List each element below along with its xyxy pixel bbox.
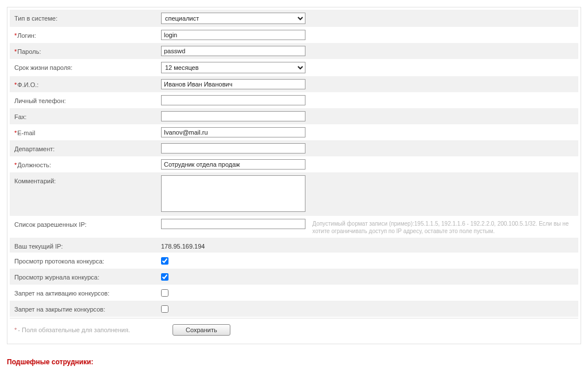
position-input[interactable] [161,159,305,170]
system-type-select[interactable]: специалист [161,13,305,24]
deny-close-checkbox[interactable] [161,305,168,313]
password-input[interactable] [161,46,305,56]
row-phone: Личный телефон: [10,92,578,108]
label-password: Пароль: [17,48,41,55]
row-current-ip: Ваш текущий IP: 178.95.169.194 [10,238,578,253]
row-comment: Комментарий: [10,172,578,216]
row-password: *Пароль: [10,43,578,59]
required-note: - Поля обязательные для заполнения. [18,326,130,333]
allowed-ip-hint: Допустимый формат записи (пример):195.1.… [305,219,576,235]
label-view-journal: Просмотр журнала конкурса: [12,271,161,281]
label-allowed-ip: Список разрешенных IP: [12,219,161,228]
label-fax: Fax: [12,111,161,120]
label-phone: Личный телефон: [12,95,161,104]
deny-activate-checkbox[interactable] [161,289,168,297]
fax-input[interactable] [161,111,305,121]
label-login: Логин: [17,32,36,39]
row-deny-close: Запрет на закрытие конкурсов: [10,301,578,317]
view-journal-checkbox[interactable] [161,273,168,281]
label-system-type: Тип в системе: [12,13,161,22]
email-input[interactable] [161,127,305,137]
form-footer: *- Поля обязательные для заполнения. Сох… [10,318,578,341]
comment-textarea[interactable] [161,175,305,212]
label-department: Департамент: [12,143,161,152]
label-pass-life: Срок жизни пароля: [12,62,161,71]
department-input[interactable] [161,143,305,153]
allowed-ip-input[interactable] [161,219,305,229]
row-view-journal: Просмотр журнала конкурса: [10,269,578,285]
save-button[interactable]: Сохранить [173,324,230,336]
view-protocol-checkbox[interactable] [161,257,168,265]
label-comment: Комментарий: [12,175,161,184]
subordinates-title: Подшефные сотрудники: [7,358,581,366]
row-allowed-ip: Список разрешенных IP: Допустимый формат… [10,216,578,238]
row-fax: Fax: [10,108,578,124]
label-position: Должность: [17,162,51,168]
label-view-protocol: Просмотр протокола конкурса: [12,255,161,265]
user-form: Тип в системе: специалист *Логин: *Парол… [7,7,581,344]
row-department: Департамент: [10,140,578,156]
label-email: E-mail [17,129,35,136]
label-deny-activate: Запрет на активацию конкурсов: [12,288,161,297]
label-fio: Ф.И.О.: [17,81,38,88]
row-pass-life: Срок жизни пароля: 12 месяцев [10,59,578,76]
row-email: *E-mail [10,124,578,140]
row-view-protocol: Просмотр протокола конкурса: [10,253,578,269]
row-position: *Должность: [10,156,578,172]
phone-input[interactable] [161,95,305,105]
current-ip-value: 178.95.169.194 [161,241,205,250]
fio-input[interactable] [161,79,305,89]
login-input[interactable] [161,30,305,40]
row-fio: *Ф.И.О.: [10,76,578,92]
row-login: *Логин: [10,27,578,43]
row-system-type: Тип в системе: специалист [10,10,578,27]
label-current-ip: Ваш текущий IP: [12,241,161,250]
row-deny-activate: Запрет на активацию конкурсов: [10,285,578,301]
label-deny-close: Запрет на закрытие конкурсов: [12,304,161,313]
pass-life-select[interactable]: 12 месяцев [161,62,305,73]
